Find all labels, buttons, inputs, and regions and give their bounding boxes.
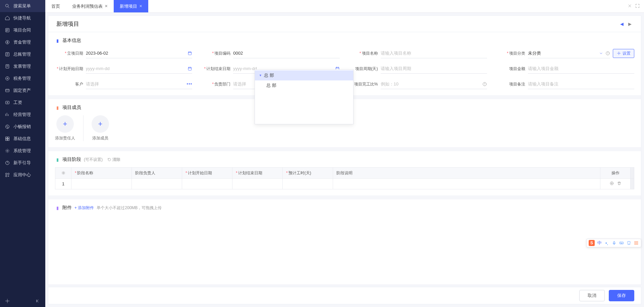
add-attachment-button[interactable]: + 添加附件 xyxy=(74,205,94,211)
sidebar-label: 基础信息 xyxy=(13,136,31,142)
sidebar-item-expense[interactable]: 小畅报销 xyxy=(0,121,45,133)
scrollbar[interactable] xyxy=(631,168,634,178)
scrollbar[interactable] xyxy=(631,179,634,189)
svg-point-0 xyxy=(6,4,8,7)
cell-desc[interactable] xyxy=(333,179,600,189)
sidebar-label: 总账管理 xyxy=(13,51,31,57)
category-setting-button[interactable]: 设置 xyxy=(613,49,634,58)
sidebar-item-invoice[interactable]: 发票管理 xyxy=(0,60,45,72)
amount-input[interactable] xyxy=(528,66,634,71)
code-input[interactable] xyxy=(233,51,339,56)
section-title: 附件 xyxy=(62,205,72,211)
svg-point-14 xyxy=(7,150,8,151)
sidebar-item-ledger[interactable]: 总账管理 xyxy=(0,48,45,60)
delete-row-icon[interactable] xyxy=(617,181,622,187)
dropdown-item-root[interactable]: ▼ 总 部 xyxy=(255,70,353,80)
tab-new-project[interactable]: 新增项目✕ xyxy=(114,0,148,12)
svg-rect-6 xyxy=(6,89,9,92)
save-button[interactable]: 保存 xyxy=(609,290,634,301)
fullscreen-icon[interactable] xyxy=(635,3,640,9)
tabs: 首页 业务利润预估表✕ 新增项目✕ xyxy=(45,0,644,13)
ime-punct-icon[interactable]: •, xyxy=(604,240,609,246)
collapse-icon[interactable] xyxy=(35,298,41,304)
ime-badge[interactable]: S xyxy=(589,240,595,246)
main: 首页 业务利润预估表✕ 新增项目✕ 新增项目 ◀ ▶ ▮ 基本信息 xyxy=(45,0,644,307)
sidebar-item-tax[interactable]: 税务管理 xyxy=(0,72,45,84)
calendar-icon[interactable] xyxy=(187,66,192,71)
prev-icon[interactable]: ◀ xyxy=(619,21,625,27)
help-icon[interactable] xyxy=(482,82,487,86)
svg-rect-13 xyxy=(8,139,9,141)
settings-icon[interactable] xyxy=(5,298,10,304)
more-icon[interactable]: ••• xyxy=(187,81,193,86)
sidebar-item-system[interactable]: 系统管理 xyxy=(0,145,45,157)
ime-skin-icon[interactable] xyxy=(626,240,632,246)
duration-input[interactable] xyxy=(381,66,487,71)
add-row-icon[interactable] xyxy=(609,181,614,187)
customer-select[interactable] xyxy=(86,81,187,86)
ime-toolbox-icon[interactable] xyxy=(634,240,639,246)
completion-input[interactable] xyxy=(381,81,482,86)
sidebar-item-apps[interactable]: 应用中心 xyxy=(0,169,45,181)
dropdown-item-child[interactable]: 总 部 xyxy=(255,80,353,90)
category-select[interactable] xyxy=(528,51,599,56)
clear-button[interactable]: 清除 xyxy=(107,157,120,163)
close-all-icon[interactable] xyxy=(627,3,632,9)
create-date-input[interactable] xyxy=(86,51,187,56)
sidebar-item-base[interactable]: 基础信息 xyxy=(0,133,45,145)
gear-column[interactable] xyxy=(55,168,71,178)
close-icon[interactable]: ✕ xyxy=(139,4,142,8)
remark-input[interactable] xyxy=(528,81,634,86)
divider xyxy=(83,115,84,141)
sidebar-item-quicknav[interactable]: 快捷导航 xyxy=(0,12,45,24)
cell-owner[interactable] xyxy=(132,179,182,189)
cancel-button[interactable]: 取消 xyxy=(579,290,605,301)
chevron-down-icon[interactable] xyxy=(599,51,603,56)
table-row[interactable]: 1 xyxy=(55,178,634,189)
ime-mic-icon[interactable] xyxy=(611,240,617,246)
svg-rect-32 xyxy=(635,243,636,245)
sidebar-item-assets[interactable]: 固定资产 xyxy=(0,84,45,97)
tab-home[interactable]: 首页 xyxy=(45,0,66,12)
sidebar-item-project-contract[interactable]: 项目合同 xyxy=(0,24,45,36)
sidebar-item-salary[interactable]: 工资 xyxy=(0,97,45,109)
sidebar-item-search[interactable]: 搜索菜单 xyxy=(0,0,45,12)
expense-icon xyxy=(5,124,10,129)
field-plan-start: *计划开始日期 xyxy=(55,64,192,74)
svg-rect-30 xyxy=(635,241,636,243)
field-customer: 客户 ••• xyxy=(55,79,192,89)
section-title: 项目阶段 xyxy=(62,157,81,163)
section-attach: ▮ 附件 + 添加附件 单个大小不超过200MB，可拖拽上传 xyxy=(55,199,634,211)
cell-start[interactable] xyxy=(182,179,232,189)
tab-profit-estimate[interactable]: 业务利润预估表✕ xyxy=(66,0,114,12)
sidebar-item-business[interactable]: 经营管理 xyxy=(0,109,45,121)
close-icon[interactable]: ✕ xyxy=(105,4,108,8)
tab-label: 新增项目 xyxy=(120,3,137,9)
next-icon[interactable]: ▶ xyxy=(627,21,633,27)
sidebar-item-funds[interactable]: 资金管理 xyxy=(0,36,45,48)
plan-start-input[interactable] xyxy=(86,66,187,71)
help-icon[interactable] xyxy=(605,51,610,56)
field-category: *项目分类 设置 xyxy=(497,48,634,58)
svg-rect-12 xyxy=(6,139,7,141)
invoice-icon xyxy=(5,64,10,69)
svg-rect-29 xyxy=(620,242,624,244)
name-input[interactable] xyxy=(381,51,487,56)
cell-name[interactable] xyxy=(71,179,132,189)
cell-end[interactable] xyxy=(232,179,283,189)
add-owner-button[interactable]: + xyxy=(56,115,74,133)
calendar-icon[interactable] xyxy=(187,51,192,56)
ime-lang[interactable]: 中 xyxy=(597,240,602,246)
section-stages: ▮ 项目阶段 (可不设置) 清除 *阶段名称 阶段负责人 *计划开始日期 *计划… xyxy=(55,151,634,189)
cell-hours[interactable] xyxy=(283,179,333,189)
caret-down-icon: ▼ xyxy=(259,74,262,77)
field-amount: 项目金额 xyxy=(497,64,634,74)
sidebar-label: 新手引导 xyxy=(13,160,31,166)
field-code: *项目编码 xyxy=(202,48,339,58)
sidebar-item-guide[interactable]: 新手引导 xyxy=(0,157,45,169)
add-member-button[interactable]: + xyxy=(92,115,109,133)
ime-keyboard-icon[interactable] xyxy=(619,240,624,246)
dept-dropdown: ▼ 总 部 总 部 xyxy=(255,69,354,124)
salary-icon xyxy=(5,100,10,105)
add-owner: + 添加责任人 xyxy=(55,115,75,141)
